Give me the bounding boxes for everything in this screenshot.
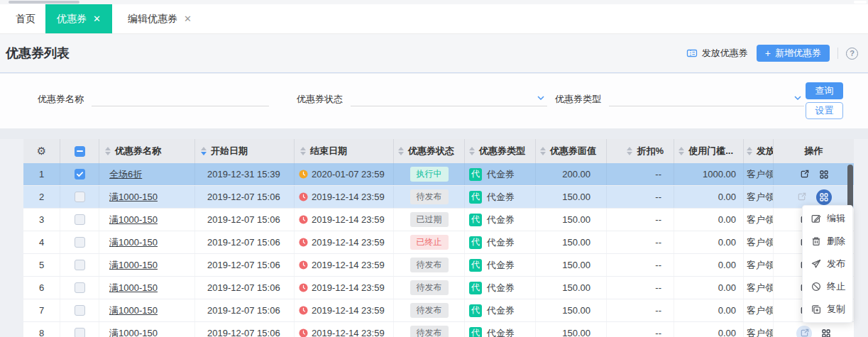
coupon-name-link[interactable]: 满1000-150 [109,191,158,204]
title-bar: 优惠券列表 发放优惠券 + 新增优惠券 ? [0,34,868,73]
table-row[interactable]: 6满1000-1502019-12-07 15:062019-12-14 23:… [23,277,854,299]
type-cell: 代代金券 [465,231,536,253]
discount-cell: -- [607,277,674,299]
query-button[interactable]: 查询 [806,82,843,99]
title-actions: 发放优惠券 + 新增优惠券 ? [686,45,862,62]
face-value-cell: 150.00 [536,277,607,299]
tab-edit-coupon[interactable]: 编辑优惠券 ✕ [118,4,202,33]
section-gap [0,128,868,139]
chevron-down-icon[interactable] [793,93,803,106]
coupon-name-link[interactable]: 满1000-150 [109,327,158,337]
header-grant[interactable]: 发放 [744,139,774,163]
checkbox-unchecked[interactable] [75,282,85,293]
table-row[interactable]: 8满1000-1502019-12-07 15:062019-12-14 23:… [23,322,854,337]
header-face-value[interactable]: 优惠券面值 [536,139,607,163]
grid-menu-icon[interactable] [821,328,831,337]
tab-home[interactable]: 首页 [6,4,45,33]
row-number: 2 [23,186,60,208]
row-checkbox-cell [60,254,99,276]
column-settings-header[interactable]: ⚙ [23,139,60,163]
row-number: 7 [23,299,60,321]
header-end-date[interactable]: 结束日期 [295,139,394,163]
sort-icon[interactable] [747,147,752,155]
header-discount[interactable]: 折扣% [607,139,674,163]
type-cell: 代代金券 [465,277,536,299]
checkbox-unchecked[interactable] [75,260,85,270]
clock-icon [299,260,308,270]
grid-menu-icon[interactable] [816,189,832,205]
grant-cell: 客户领 [744,209,774,231]
sort-icon[interactable] [201,147,207,155]
status-cell: 执行中 [394,163,465,185]
menu-item-delete[interactable]: 删除 [803,230,852,253]
share-icon[interactable] [796,326,812,337]
start-date-cell: 2019-12-07 15:06 [195,209,295,231]
coupon-type-label: 优惠券类型 [555,92,601,106]
checkbox-unchecked[interactable] [75,237,85,248]
coupon-name-cell: 满1000-150 [99,277,195,299]
table-row[interactable]: 4满1000-1502019-12-07 15:062019-12-14 23:… [23,231,854,254]
threshold-cell: 0.00 [674,209,744,231]
close-icon[interactable]: ✕ [93,14,101,23]
checkbox-indeterminate[interactable] [75,146,85,157]
menu-item-copy[interactable]: 复制 [803,298,852,321]
tab-label: 首页 [16,13,35,26]
tab-bar: 首页 优惠券 ✕ 编辑优惠券 ✕ [0,4,868,34]
header-threshold[interactable]: 使用门槛... [674,139,744,163]
gear-icon[interactable]: ⚙ [37,145,46,158]
header-type[interactable]: 优惠券类型 [465,139,536,163]
face-value-cell: 150.00 [536,299,607,321]
checkbox-unchecked[interactable] [75,214,85,225]
chevron-down-icon[interactable] [536,93,546,106]
help-icon[interactable]: ? [846,48,858,60]
sort-icon[interactable] [540,147,546,155]
coupon-name-link[interactable]: 满1000-150 [109,214,158,226]
menu-item-publish[interactable]: 发布 [803,253,852,275]
table-row[interactable]: 3满1000-1502019-12-07 15:062019-12-14 23:… [23,209,854,231]
table-row[interactable]: 2满1000-1502019-12-07 15:062019-12-14 23:… [23,186,854,209]
checkbox-unchecked[interactable] [75,192,85,202]
sort-icon[interactable] [300,147,306,155]
header-coupon-name[interactable]: 优惠券名称 [99,139,195,163]
distribute-label: 发放优惠券 [702,47,748,60]
coupon-name-link[interactable]: 满1000-150 [109,304,158,317]
table-row[interactable]: 5满1000-1502019-12-07 15:062019-12-14 23:… [23,254,854,277]
status-badge: 执行中 [410,167,449,181]
distribute-coupon-button[interactable]: 发放优惠券 [686,47,748,60]
coupon-name-link[interactable]: 满1000-150 [109,259,158,272]
grid-menu-icon[interactable] [819,170,829,179]
menu-item-edit[interactable]: 编辑 [803,207,852,230]
add-coupon-button[interactable]: + 新增优惠券 [757,45,830,62]
type-cell: 代代金券 [465,254,536,276]
coupon-name-input[interactable] [92,93,269,106]
checkbox-unchecked[interactable] [75,305,85,316]
coupon-status-select[interactable] [351,93,547,106]
checkbox-checked[interactable] [75,169,85,179]
header-start-date[interactable]: 开始日期 [195,139,295,163]
close-icon[interactable]: ✕ [184,14,192,23]
tab-coupon[interactable]: 优惠券 ✕ [45,4,112,33]
menu-item-terminate[interactable]: 终止 [803,275,852,298]
sort-icon[interactable] [105,147,111,155]
row-checkbox-cell [60,299,99,321]
select-all-header[interactable] [60,139,99,163]
share-icon[interactable] [796,192,807,202]
sort-icon[interactable] [469,147,475,155]
horizontal-scrollbar-thumb[interactable] [9,1,79,4]
sort-icon[interactable] [679,147,684,155]
coupon-name-link[interactable]: 满1000-150 [109,236,158,249]
coupon-type-select[interactable] [609,93,804,106]
sort-icon[interactable] [627,147,632,155]
share-icon[interactable] [799,169,810,179]
face-value-cell: 150.00 [536,254,607,276]
table-row[interactable]: 7满1000-1502019-12-07 15:062019-12-14 23:… [23,299,854,322]
checkbox-unchecked[interactable] [75,328,85,337]
start-date-cell: 2019-12-07 15:06 [195,277,295,299]
sort-icon[interactable] [398,147,404,155]
coupon-name-link[interactable]: 满1000-150 [109,282,158,294]
coupon-name-link[interactable]: 全场6折 [109,168,142,181]
status-cell: 待发布 [394,322,465,337]
settings-button[interactable]: 设置 [806,102,843,119]
table-row[interactable]: 1全场6折2019-12-31 15:392020-01-07 23:59执行中… [23,163,854,186]
header-status[interactable]: 优惠券状态 [394,139,465,163]
